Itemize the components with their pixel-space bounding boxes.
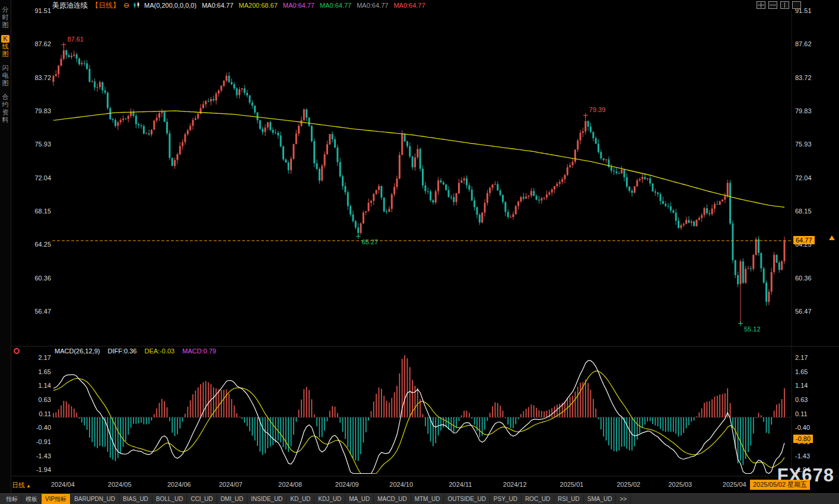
tab-inside-ud[interactable]: INSIDE_UD <box>247 494 287 504</box>
macd-title[interactable]: MACD(26,12,9) <box>55 347 100 355</box>
price-up-arrow-icon <box>829 235 835 240</box>
period-tag[interactable]: 【日线】 <box>91 1 120 11</box>
tab-mtm-ud[interactable]: MTM_UD <box>411 494 444 504</box>
indicator-tabbar: 指标模板VIP指标BARUPDN_UDBIAS_UDBOLL_UDCCI_UDD… <box>0 493 839 504</box>
sidebar-item-time-chart[interactable]: 分时图 <box>0 6 11 29</box>
window-layout-vsplit-icon[interactable] <box>780 1 789 9</box>
tab-macd-ud[interactable]: MACD_UD <box>374 494 411 504</box>
left-sidebar: 分时图K线图闪电图合约资料 <box>0 0 11 493</box>
ma200-line <box>53 111 784 208</box>
tab-barupdn-ud[interactable]: BARUPDN_UD <box>71 494 119 504</box>
symbol-title[interactable]: 美原油连续 <box>52 1 88 11</box>
candlestick-icon <box>133 2 141 9</box>
chart-header: 美原油连续 【日线】 ⊖ MA(0,200,0,0,0,0)MA0:64.77M… <box>52 1 839 10</box>
ma-legend-item: MA(0,200,0,0,0,0) <box>144 2 196 9</box>
tab-rsi-ud[interactable]: RSI_UD <box>554 494 584 504</box>
tab-dmi-ud[interactable]: DMI_UD <box>217 494 247 504</box>
bottom-period-label[interactable]: 日线▲ <box>12 481 31 490</box>
macd-value-badge: -0.80 <box>793 435 813 443</box>
tab-sma-ud[interactable]: SMA_UD <box>584 494 616 504</box>
ma-legend-item: MA0:64.77 <box>357 2 388 9</box>
sidebar-item-contract-info[interactable]: 合约资料 <box>0 93 11 124</box>
tab-roc-ud[interactable]: ROC_UD <box>522 494 554 504</box>
window-layout-buttons <box>757 1 801 9</box>
tab-ma-ud[interactable]: MA_UD <box>345 494 374 504</box>
tab-kdj-ud[interactable]: KDJ_UD <box>314 494 345 504</box>
candles-layer <box>53 44 786 323</box>
macd-dea-value: DEA:-0.03 <box>144 347 174 355</box>
ma-legend-item: MA200:68.67 <box>239 2 277 9</box>
ma-legend: MA(0,200,0,0,0,0)MA0:64.77MA200:68.67MA0… <box>144 2 431 9</box>
window-layout-single-icon[interactable] <box>792 1 801 9</box>
tab-bias-ud[interactable]: BIAS_UD <box>119 494 152 504</box>
window-layout-hsplit-icon[interactable] <box>768 1 777 9</box>
tab-kd-ud[interactable]: KD_UD <box>287 494 314 504</box>
ma-legend-item: MA0:64.77 <box>202 2 233 9</box>
sidebar-item-flash-chart[interactable]: 闪电图 <box>0 64 11 87</box>
tab-templates[interactable]: 模板 <box>22 494 42 504</box>
extreme-price-label: 79.39 <box>589 106 606 113</box>
tab-cci-ud[interactable]: CCI_UD <box>187 494 217 504</box>
window-layout-grid-icon[interactable] <box>757 1 765 9</box>
tab-more[interactable]: >> <box>616 494 631 504</box>
ma-legend-item: MA0:64.77 <box>283 2 314 9</box>
extreme-price-label: 55.12 <box>744 326 761 333</box>
last-date-badge: 2025/05/02 星期五 <box>750 480 810 490</box>
tab-psy-ud[interactable]: PSY_UD <box>490 494 522 504</box>
extreme-price-label: 87.61 <box>67 36 84 43</box>
overlay-icon[interactable]: ⊖ <box>123 2 129 9</box>
dea-line <box>53 371 784 474</box>
tab-indicators[interactable]: 指标 <box>2 494 22 504</box>
current-price-badge: 64.77 <box>793 236 815 244</box>
macd-layer <box>53 355 792 473</box>
tab-vip-indicators[interactable]: VIP指标 <box>42 494 71 504</box>
sidebar-item-kline-chart[interactable]: K线图 <box>0 35 11 58</box>
period-text: 日线 <box>12 481 25 489</box>
macd-header: MACD(26,12,9) DIFF:0.36 DEA:-0.03 MACD:0… <box>55 347 222 355</box>
macd-macd-value: MACD:0.79 <box>182 347 216 355</box>
trading-terminal: 87.6179.3965.2755.12 分时图K线图闪电图合约资料 美原油连续… <box>0 0 839 504</box>
macd-diff-value: DIFF:0.36 <box>107 347 136 355</box>
chart-canvas[interactable]: 87.6179.3965.2755.12 <box>0 0 839 504</box>
ma-legend-item: MA0:64.77 <box>320 2 351 9</box>
tab-outside-ud[interactable]: OUTSIDE_UD <box>444 494 490 504</box>
tab-boll-ud[interactable]: BOLL_UD <box>152 494 187 504</box>
ma-legend-item: MA0:64.77 <box>393 2 425 9</box>
triangle-up-icon: ▲ <box>26 483 31 489</box>
extreme-price-label: 65.27 <box>362 238 379 245</box>
indicator-marker-icon[interactable] <box>14 348 20 354</box>
